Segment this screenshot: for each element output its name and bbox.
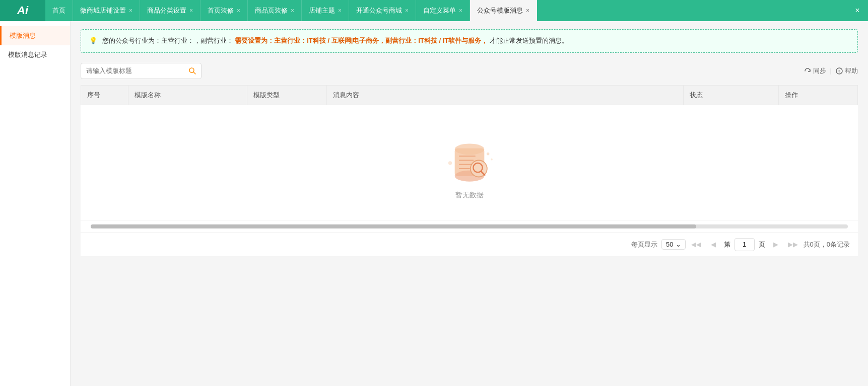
data-table: 序号模版名称模版类型消息内容状态操作 xyxy=(81,85,858,105)
help-button[interactable]: ? 帮助 xyxy=(836,66,858,75)
tab-close-home-deco[interactable]: × xyxy=(237,7,240,14)
divider: | xyxy=(830,67,832,74)
app-logo: Ai xyxy=(0,0,45,21)
tab-close-template-msg[interactable]: × xyxy=(526,7,529,14)
window-close-button[interactable]: × xyxy=(847,0,868,21)
toolbar-right: 同步 | ? 帮助 xyxy=(804,66,858,75)
chevron-down-icon: ⌄ xyxy=(676,241,681,248)
notice-suffix: 才能正常发送预置的消息。 xyxy=(490,37,568,44)
tab-close-custom-menu[interactable]: × xyxy=(459,7,462,14)
col-header-action: 操作 xyxy=(778,85,857,105)
tab-close-shop-theme[interactable]: × xyxy=(338,7,342,14)
horizontal-scrollbar[interactable] xyxy=(91,224,848,228)
nav-tab-wechat-shop[interactable]: 微商城店铺设置× xyxy=(73,0,140,21)
page-unit: 页 xyxy=(759,240,765,249)
search-button[interactable] xyxy=(183,63,202,79)
svg-line-1 xyxy=(193,72,195,74)
col-header-seq: 序号 xyxy=(81,85,128,105)
nav-tab-shop-theme[interactable]: 店铺主题× xyxy=(302,0,349,21)
search-bar: 同步 | ? 帮助 xyxy=(81,63,858,79)
notice-prefix: 您的公众号行业为：主营行业：，副营行业： xyxy=(102,37,233,44)
svg-point-15 xyxy=(491,159,493,161)
empty-state: 暂无数据 xyxy=(81,105,858,220)
top-navbar: Ai 首页微商城店铺设置×商品分类设置×首页装修×商品页装修×店铺主题×开通公众… xyxy=(0,0,868,21)
nav-tab-product-cat[interactable]: 商品分类设置× xyxy=(140,0,201,21)
page-size-label: 每页显示 xyxy=(631,240,657,249)
total-info: 共0页，0条记录 xyxy=(804,240,850,249)
page-label: 第 xyxy=(724,240,730,249)
help-label: 帮助 xyxy=(845,66,858,75)
page-number-input[interactable] xyxy=(735,238,755,251)
col-header-type: 模版类型 xyxy=(247,85,326,105)
main-layout: 模版消息模版消息记录 💡 您的公众号行业为：主营行业：，副营行业： 需要设置为：… xyxy=(0,21,868,386)
col-header-status: 状态 xyxy=(683,85,778,105)
svg-point-14 xyxy=(486,152,489,156)
nav-tab-template-msg[interactable]: 公众号模版消息× xyxy=(470,0,537,21)
nav-tab-custom-menu[interactable]: 自定义菜单× xyxy=(416,0,470,21)
nav-tabs: 首页微商城店铺设置×商品分类设置×首页装修×商品页装修×店铺主题×开通公众号商城… xyxy=(45,0,847,21)
page-size-value: 50 xyxy=(666,241,673,248)
scrollbar-thumb[interactable] xyxy=(91,224,696,228)
svg-text:?: ? xyxy=(838,69,841,73)
sidebar: 模版消息模版消息记录 xyxy=(0,21,71,386)
col-header-content: 消息内容 xyxy=(326,85,683,105)
empty-illustration xyxy=(442,135,497,191)
table-header-row: 序号模版名称模版类型消息内容状态操作 xyxy=(81,85,858,105)
tab-close-open-mall[interactable]: × xyxy=(405,7,409,14)
nav-tab-home-deco[interactable]: 首页装修× xyxy=(201,0,248,21)
nav-tab-product-deco[interactable]: 商品页装修× xyxy=(248,0,302,21)
col-header-name: 模版名称 xyxy=(128,85,247,105)
next-page-button[interactable]: ▶ xyxy=(769,238,782,251)
tab-close-product-deco[interactable]: × xyxy=(291,7,294,14)
tab-close-product-cat[interactable]: × xyxy=(189,7,193,14)
tab-close-wechat-shop[interactable]: × xyxy=(129,7,132,14)
sync-icon xyxy=(804,67,811,74)
bulb-icon: 💡 xyxy=(89,37,97,44)
first-page-button[interactable]: ◀◀ xyxy=(690,238,703,251)
nav-tab-open-mall[interactable]: 开通公众号商城× xyxy=(349,0,416,21)
help-icon: ? xyxy=(836,67,843,74)
empty-text: 暂无数据 xyxy=(455,191,484,200)
scrollbar-area[interactable] xyxy=(81,220,858,233)
svg-point-16 xyxy=(448,161,451,165)
table-header: 序号模版名称模版类型消息内容状态操作 xyxy=(81,85,858,105)
notice-highlight: 需要设置为：主营行业：IT科技 / 互联网|电子商务，副营行业：IT科技 / I… xyxy=(235,37,488,44)
notice-banner: 💡 您的公众号行业为：主营行业：，副营行业： 需要设置为：主营行业：IT科技 /… xyxy=(81,29,858,53)
pagination: 每页显示 50 ⌄ ◀◀ ◀ 第 页 ▶ ▶▶ 共0页，0条记录 xyxy=(81,233,858,256)
search-icon xyxy=(188,67,196,75)
nav-tab-home[interactable]: 首页 xyxy=(45,0,73,21)
sidebar-item-template-msg[interactable]: 模版消息 xyxy=(0,26,70,45)
prev-page-button[interactable]: ◀ xyxy=(707,238,720,251)
search-input-wrap xyxy=(81,63,202,79)
sync-label: 同步 xyxy=(813,66,826,75)
content-area: 💡 您的公众号行业为：主营行业：，副营行业： 需要设置为：主营行业：IT科技 /… xyxy=(71,21,868,386)
sync-button[interactable]: 同步 xyxy=(804,66,826,75)
last-page-button[interactable]: ▶▶ xyxy=(786,238,799,251)
table-container: 序号模版名称模版类型消息内容状态操作 xyxy=(81,85,858,233)
sidebar-item-template-msg-log[interactable]: 模版消息记录 xyxy=(0,45,70,64)
page-size-select[interactable]: 50 ⌄ xyxy=(661,239,685,250)
